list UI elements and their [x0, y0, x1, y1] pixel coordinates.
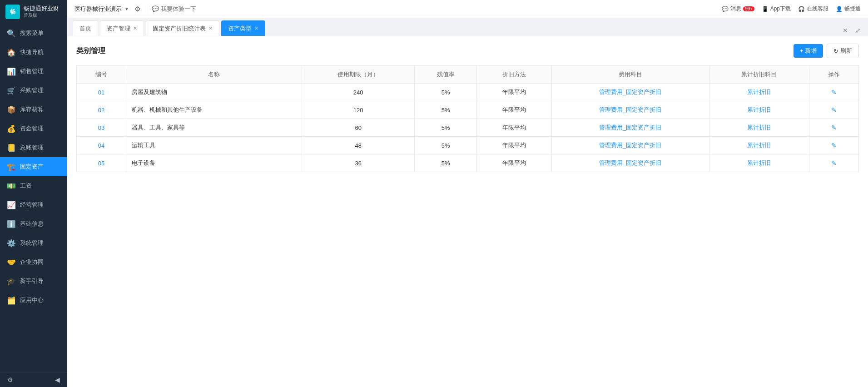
- cell-op[interactable]: ✎: [809, 137, 858, 154]
- company-selector[interactable]: 医疗器械行业演示 ▼: [74, 5, 129, 13]
- service-btn[interactable]: 🎧 在线客服: [798, 5, 828, 13]
- experience-label: 我要体验一下: [161, 5, 196, 13]
- table-row: 04 运输工具 48 5% 年限平均 管理费用_固定资产折旧 累计折旧 ✎: [77, 137, 859, 154]
- salary-icon: 💵: [7, 182, 15, 190]
- tab-close-icon[interactable]: ✕: [254, 25, 258, 31]
- cell-code: 04: [77, 137, 126, 154]
- experience-icon: 💬: [152, 5, 159, 12]
- logo-icon: 畅: [5, 5, 20, 19]
- sidebar-item-system[interactable]: ⚙️ 系统管理: [0, 233, 67, 253]
- close-tab-icon[interactable]: ✕: [841, 25, 850, 36]
- collapse-icon[interactable]: ◀: [55, 376, 60, 383]
- sidebar-item-coopbiz[interactable]: 🤝 企业协同: [0, 253, 67, 272]
- table-row: 01 房屋及建筑物 240 5% 年限平均 管理费用_固定资产折旧 累计折旧 ✎: [77, 84, 859, 101]
- logo-sub: 普及版: [24, 12, 59, 19]
- cell-accum-subject: 累计折旧: [709, 101, 809, 119]
- cell-residual: 5%: [415, 137, 477, 154]
- cell-method: 年限平均: [477, 84, 552, 101]
- settings-icon[interactable]: ⚙: [7, 376, 13, 383]
- topbar-gear-icon[interactable]: ⚙: [134, 5, 140, 13]
- tab-home[interactable]: 首页: [73, 20, 98, 36]
- cell-method: 年限平均: [477, 137, 552, 154]
- sidebar-item-appcenter[interactable]: 🗂️ 应用中心: [0, 291, 67, 310]
- cell-op[interactable]: ✎: [809, 154, 858, 172]
- cell-method: 年限平均: [477, 101, 552, 119]
- cell-period: 60: [302, 119, 415, 137]
- basic-icon: ℹ️: [7, 220, 15, 228]
- tab-label: 固定资产折旧统计表: [153, 25, 206, 33]
- cell-name: 运输工具: [126, 137, 302, 154]
- sidebar-item-label: 搜索菜单: [20, 29, 44, 37]
- message-label: 消息: [730, 5, 741, 13]
- tabbar: 首页资产管理✕固定资产折旧统计表✕资产类型✕ ✕ ⤢: [67, 18, 868, 36]
- app-label: App下载: [770, 5, 791, 13]
- expand-icon[interactable]: ⤢: [853, 25, 863, 36]
- refresh-button[interactable]: ↻ 刷新: [827, 44, 859, 58]
- sidebar-item-label: 企业协同: [20, 258, 44, 266]
- user-label: 畅捷通: [844, 5, 861, 13]
- purchase-icon: 🛒: [7, 86, 15, 94]
- sidebar-item-salary[interactable]: 💵 工资: [0, 176, 67, 195]
- capital-icon: 💰: [7, 124, 15, 133]
- sales-icon: 📊: [7, 67, 15, 75]
- cell-period: 36: [302, 154, 415, 172]
- cell-method: 年限平均: [477, 154, 552, 172]
- service-label: 在线客服: [807, 5, 828, 13]
- sidebar-item-guide[interactable]: 🎓 新手引导: [0, 272, 67, 291]
- sidebar-item-label: 销售管理: [20, 67, 44, 75]
- cell-op[interactable]: ✎: [809, 84, 858, 101]
- table-col-header: 折旧方法: [477, 66, 552, 84]
- user-icon: 👤: [836, 6, 843, 12]
- inventory-icon: 📦: [7, 105, 15, 114]
- sidebar-item-fixed[interactable]: 🏗️ 固定资产: [0, 157, 67, 176]
- cell-name: 机器、机械和其他生产设备: [126, 101, 302, 119]
- table-row: 03 器具、工具、家具等 60 5% 年限平均 管理费用_固定资产折旧 累计折旧…: [77, 119, 859, 137]
- topbar-right: 💬 消息 99+ 📱 App下载 🎧 在线客服 👤 畅捷通: [722, 5, 861, 13]
- app-icon: 📱: [762, 6, 769, 12]
- sidebar-item-ledger[interactable]: 📒 总账管理: [0, 138, 67, 157]
- cell-accum-subject: 累计折旧: [709, 84, 809, 101]
- cell-code: 01: [77, 84, 126, 101]
- sidebar-item-purchase[interactable]: 🛒 采购管理: [0, 81, 67, 100]
- system-icon: ⚙️: [7, 239, 15, 247]
- sidebar-item-bizmanage[interactable]: 📈 经营管理: [0, 195, 67, 214]
- tab-fixed-stat[interactable]: 固定资产折旧统计表✕: [146, 20, 219, 36]
- cell-op[interactable]: ✎: [809, 119, 858, 137]
- new-button[interactable]: + 新增: [794, 44, 823, 58]
- sidebar-item-label: 资金管理: [20, 124, 44, 133]
- sidebar-item-basic[interactable]: ℹ️ 基础信息: [0, 214, 67, 233]
- tab-asset-mgmt[interactable]: 资产管理✕: [100, 20, 144, 36]
- appcenter-icon: 🗂️: [7, 296, 15, 304]
- category-table: 编号名称使用期限（月）残值率折旧方法费用科目累计折旧科目操作 01 房屋及建筑物…: [76, 65, 859, 172]
- sidebar-item-sales[interactable]: 📊 销售管理: [0, 62, 67, 81]
- sidebar-item-quicknav[interactable]: 🏠 快捷导航: [0, 43, 67, 62]
- cell-residual: 5%: [415, 84, 477, 101]
- tab-asset-type[interactable]: 资产类型✕: [221, 20, 265, 36]
- sidebar-nav: 🔍 搜索菜单 🏠 快捷导航 📊 销售管理 🛒 采购管理 📦 库存核算 💰 资金管…: [0, 24, 67, 372]
- tab-label: 资产类型: [228, 25, 252, 33]
- sidebar-item-inventory[interactable]: 📦 库存核算: [0, 100, 67, 119]
- cell-cost-subject: 管理费用_固定资产折旧: [551, 101, 709, 119]
- sidebar-item-search[interactable]: 🔍 搜索菜单: [0, 24, 67, 43]
- sidebar-item-label: 固定资产: [20, 163, 44, 171]
- sidebar-item-label: 新手引导: [20, 277, 44, 285]
- sidebar-item-capital[interactable]: 💰 资金管理: [0, 119, 67, 138]
- cell-code: 02: [77, 101, 126, 119]
- page-header: 类别管理 + 新增 ↻ 刷新: [76, 44, 859, 58]
- header-actions: + 新增 ↻ 刷新: [794, 44, 859, 58]
- cell-accum-subject: 累计折旧: [709, 119, 809, 137]
- cell-cost-subject: 管理费用_固定资产折旧: [551, 84, 709, 101]
- app-download-btn[interactable]: 📱 App下载: [762, 5, 791, 13]
- table-col-header: 编号: [77, 66, 126, 84]
- experience-btn[interactable]: 💬 我要体验一下: [152, 5, 196, 13]
- user-btn[interactable]: 👤 畅捷通: [836, 5, 861, 13]
- cell-name: 器具、工具、家具等: [126, 119, 302, 137]
- cell-residual: 5%: [415, 154, 477, 172]
- message-btn[interactable]: 💬 消息 99+: [722, 5, 754, 13]
- tab-close-icon[interactable]: ✕: [133, 25, 137, 31]
- tab-label: 资产管理: [107, 25, 130, 33]
- tab-close-icon[interactable]: ✕: [208, 25, 213, 31]
- table-header: 编号名称使用期限（月）残值率折旧方法费用科目累计折旧科目操作: [77, 66, 859, 84]
- cell-op[interactable]: ✎: [809, 101, 858, 119]
- table-header-row: 编号名称使用期限（月）残值率折旧方法费用科目累计折旧科目操作: [77, 66, 859, 84]
